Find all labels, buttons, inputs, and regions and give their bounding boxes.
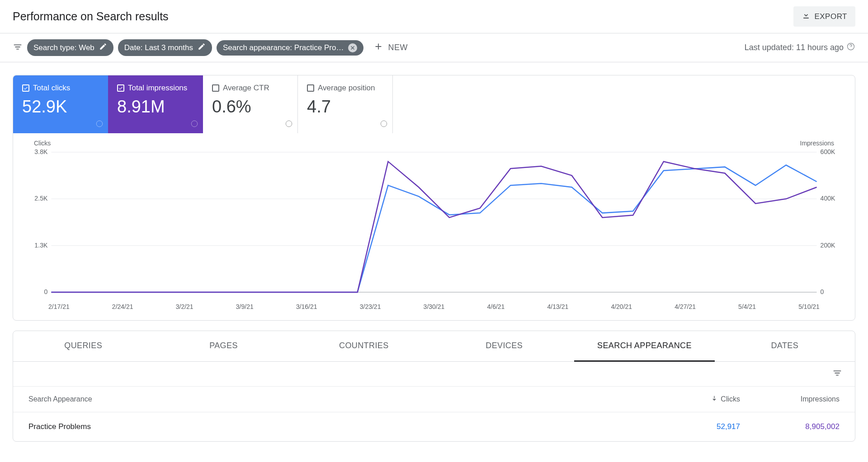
tab-bar: QUERIESPAGESCOUNTRIESDEVICESSEARCH APPEA… <box>13 331 855 362</box>
left-axis-label: Clicks <box>34 140 51 147</box>
svg-text:1.3K: 1.3K <box>34 242 48 249</box>
svg-text:400K: 400K <box>821 195 836 202</box>
page-header: Performance on Search results EXPORT <box>0 0 868 33</box>
x-tick: 4/13/21 <box>547 303 569 310</box>
sort-desc-icon <box>711 395 718 404</box>
col-name: Search Appearance <box>28 395 641 403</box>
help-icon[interactable] <box>380 120 388 130</box>
line-chart: 3.8K600K2.5K400K1.3K200K00 <box>24 139 844 301</box>
card-label: Average CTR <box>223 84 269 93</box>
chip-label: Search appearance: Practice Pro… <box>223 43 344 52</box>
filter-bar: Search type: Web Date: Last 3 months Sea… <box>0 33 868 62</box>
x-tick: 4/20/21 <box>611 303 632 310</box>
last-updated-text: Last updated: 11 hours ago <box>745 43 844 52</box>
card-label: Average position <box>318 84 375 93</box>
svg-text:600K: 600K <box>821 148 836 155</box>
close-icon[interactable] <box>348 43 357 52</box>
metrics-panel: Total clicks 52.9K Total impressions 8.9… <box>13 75 855 321</box>
chip-search-type[interactable]: Search type: Web <box>27 39 113 56</box>
x-tick: 3/23/21 <box>360 303 381 310</box>
checkbox-checked-icon <box>117 84 124 92</box>
edit-icon <box>99 42 107 53</box>
new-filter-button[interactable]: NEW <box>368 39 413 56</box>
svg-text:200K: 200K <box>821 242 836 249</box>
svg-point-1 <box>96 121 103 127</box>
col-clicks[interactable]: Clicks <box>641 395 740 404</box>
x-tick: 2/24/21 <box>112 303 133 310</box>
tab-search-appearance[interactable]: SEARCH APPEARANCE <box>574 331 714 362</box>
x-tick: 5/10/21 <box>798 303 820 310</box>
x-tick: 3/2/21 <box>176 303 193 310</box>
chart-series-clicks <box>51 165 816 292</box>
svg-point-3 <box>286 121 292 127</box>
tab-dates[interactable]: DATES <box>715 331 855 361</box>
x-tick: 4/6/21 <box>487 303 505 310</box>
chart-area: Clicks Impressions 3.8K600K2.5K400K1.3K2… <box>13 133 855 320</box>
cell-impressions: 8,905,002 <box>740 422 840 431</box>
checkbox-unchecked-icon <box>307 84 314 92</box>
tab-queries[interactable]: QUERIES <box>13 331 153 361</box>
export-label: EXPORT <box>814 12 847 21</box>
tab-devices[interactable]: DEVICES <box>434 331 574 361</box>
tab-countries[interactable]: COUNTRIES <box>294 331 434 361</box>
chip-label: Search type: Web <box>33 43 94 52</box>
checkbox-unchecked-icon <box>212 84 219 92</box>
help-icon[interactable] <box>846 42 855 53</box>
right-axis-label: Impressions <box>800 140 834 147</box>
table-header: Search Appearance Clicks Impressions <box>13 387 855 412</box>
table-row[interactable]: Practice Problems52,9178,905,002 <box>13 412 855 441</box>
export-button[interactable]: EXPORT <box>793 6 855 27</box>
col-impressions[interactable]: Impressions <box>740 395 840 403</box>
edit-icon <box>198 42 206 53</box>
card-label: Total impressions <box>128 84 187 93</box>
chart-series-impressions <box>51 162 816 292</box>
help-icon[interactable] <box>95 120 104 130</box>
x-tick: 4/27/21 <box>675 303 696 310</box>
chip-search-appearance[interactable]: Search appearance: Practice Pro… <box>217 40 363 56</box>
filter-icon[interactable] <box>832 368 842 380</box>
card-value: 8.91M <box>117 97 194 117</box>
card-total-clicks[interactable]: Total clicks 52.9K <box>13 75 108 133</box>
checkbox-checked-icon <box>22 84 29 92</box>
filter-list-icon[interactable] <box>13 42 23 54</box>
card-total-impressions[interactable]: Total impressions 8.91M <box>108 75 203 133</box>
card-average-ctr[interactable]: Average CTR 0.6% <box>203 75 298 133</box>
help-icon[interactable] <box>190 120 198 130</box>
svg-point-2 <box>191 121 198 127</box>
new-label: NEW <box>388 43 408 52</box>
table-filter-row <box>13 362 855 387</box>
card-value: 52.9K <box>22 97 99 117</box>
svg-point-4 <box>381 121 387 127</box>
svg-text:2.5K: 2.5K <box>34 195 48 202</box>
x-tick: 3/16/21 <box>296 303 317 310</box>
x-axis-ticks: 2/17/212/24/213/2/213/9/213/16/213/23/21… <box>24 301 844 317</box>
x-tick: 5/4/21 <box>738 303 756 310</box>
help-icon[interactable] <box>285 120 293 130</box>
svg-text:0: 0 <box>44 288 48 295</box>
svg-text:0: 0 <box>821 288 824 295</box>
plus-icon <box>373 42 383 54</box>
x-tick: 3/9/21 <box>236 303 254 310</box>
cell-name: Practice Problems <box>28 422 641 431</box>
x-tick: 3/30/21 <box>424 303 445 310</box>
card-value: 4.7 <box>307 97 383 117</box>
x-tick: 2/17/21 <box>48 303 70 310</box>
chip-date[interactable]: Date: Last 3 months <box>118 39 212 56</box>
last-updated: Last updated: 11 hours ago <box>745 42 855 53</box>
download-icon <box>802 11 811 22</box>
card-label: Total clicks <box>33 84 70 93</box>
card-value: 0.6% <box>212 97 288 117</box>
card-average-position[interactable]: Average position 4.7 <box>298 75 393 133</box>
results-panel: QUERIESPAGESCOUNTRIESDEVICESSEARCH APPEA… <box>13 331 855 442</box>
svg-text:3.8K: 3.8K <box>34 148 48 155</box>
cell-clicks: 52,917 <box>641 422 740 431</box>
chip-label: Date: Last 3 months <box>124 43 193 52</box>
page-title: Performance on Search results <box>13 10 169 23</box>
tab-pages[interactable]: PAGES <box>153 331 293 361</box>
